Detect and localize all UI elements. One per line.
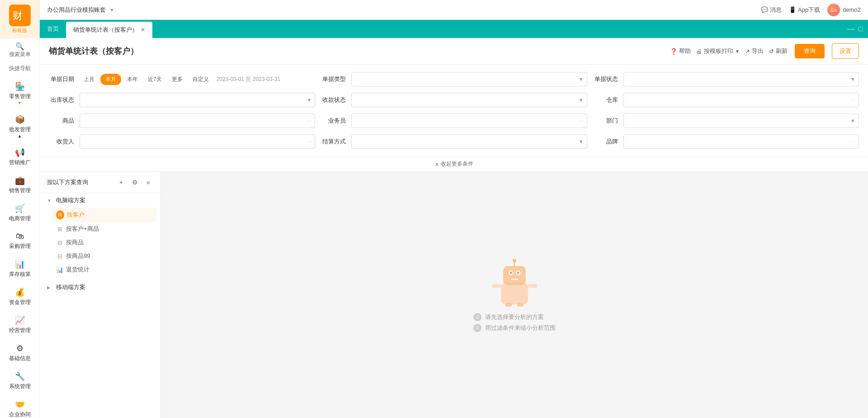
sales-icon: 💼 [15, 176, 25, 185]
sidebar-item-marketing[interactable]: 📢 营销推广 [0, 143, 39, 171]
help-icon: ❓ [670, 48, 677, 55]
main-area: 办公用品行业模拟账套 ▼ 💬 消息 📱 App下载 Ea demo2 首页 [40, 0, 868, 418]
search-menu-item[interactable]: 🔍 搜索菜单 [0, 38, 39, 62]
ecommerce-icon: 🛒 [15, 204, 25, 214]
tab-minimize-btn[interactable]: — [847, 25, 854, 33]
grid-icon: ⊞ [56, 225, 63, 233]
message-btn[interactable]: 💬 消息 [761, 6, 782, 14]
settings-button[interactable]: 设置 [832, 43, 859, 59]
warehouse-input[interactable] [623, 93, 859, 107]
left-panel-title: 按以下方案查询 [47, 178, 88, 186]
desktop-section-label: 电脑端方案 [56, 196, 85, 204]
product-input[interactable] [80, 114, 315, 128]
desktop-tree-children: 按 按客户 ⊞ 按客户+商品 ⊟ 按商品 [43, 208, 157, 276]
scheme-item-returns[interactable]: 📊 退货统计 [52, 263, 157, 276]
date-btn-7days[interactable]: 近7天 [144, 73, 166, 86]
settlement-select[interactable] [351, 134, 587, 149]
sidebar-item-ecommerce[interactable]: 🛒 电商管理 [0, 199, 39, 227]
salesperson-input[interactable] [351, 114, 587, 128]
tab-maximize-btn[interactable]: □ [858, 25, 863, 33]
sidebar-item-basic[interactable]: ⚙ 基础信息 [0, 339, 39, 367]
sidebar-item-sales[interactable]: 💼 销售管理 [0, 171, 39, 199]
order-status-control: ▼ [623, 72, 859, 86]
empty-tips: ① 请先选择要分析的方案 ② 用过滤条件来缩小分析范围 [473, 313, 556, 332]
scheme-label-customer-product: 按客户+商品 [66, 225, 99, 233]
export-icon: ↗ [745, 48, 750, 55]
download-icon: 📱 [789, 6, 796, 13]
date-btn-lastmonth[interactable]: 上月 [80, 73, 99, 86]
department-select[interactable] [623, 114, 859, 128]
payment-status-select[interactable] [351, 93, 587, 107]
retail-icon: 🏪 [15, 81, 25, 91]
scheme-item-product99[interactable]: ⊟ 按商品99 [52, 249, 157, 263]
query-button[interactable]: 查询 [795, 44, 825, 58]
print-dropdown-icon: ▼ [735, 49, 740, 54]
svg-point-7 [517, 272, 519, 274]
sidebar-item-purchase[interactable]: 🛍 采购管理 [0, 227, 39, 255]
order-status-select[interactable] [623, 72, 859, 86]
date-btn-thismonth[interactable]: 本月 [100, 74, 121, 85]
user-avatar: Ea [827, 4, 840, 16]
left-panel: 按以下方案查询 + ⚙ « ▼ 电脑端方案 [40, 172, 161, 418]
scheme-item-customer-product[interactable]: ⊞ 按客户+商品 [52, 222, 157, 236]
finance-icon: 💰 [15, 287, 25, 297]
mobile-section-header[interactable]: ▶ 移动端方案 [43, 280, 157, 294]
purchase-icon: 🛍 [16, 232, 24, 241]
add-scheme-btn[interactable]: + [116, 177, 126, 187]
message-icon: 💬 [761, 6, 768, 13]
tab-sales-stats[interactable]: 销货单统计表（按客户） ✕ [66, 22, 152, 38]
content-body: 按以下方案查询 + ⚙ « ▼ 电脑端方案 [40, 172, 868, 418]
settings-scheme-btn[interactable]: ⚙ [130, 177, 140, 187]
recipient-control: ··· [80, 134, 315, 149]
scheme-item-customer[interactable]: 按 按客户 [52, 208, 157, 222]
tab-close-icon[interactable]: ✕ [141, 27, 145, 33]
help-btn[interactable]: ❓ 帮助 [670, 47, 691, 55]
customer-scheme-label: 按客户 [67, 211, 85, 219]
sidebar-item-operations[interactable]: 📈 经营管理 [0, 311, 39, 339]
out-status-select[interactable] [80, 93, 315, 107]
svg-rect-8 [511, 279, 518, 280]
inventory-icon: 📊 [15, 259, 25, 269]
page-actions: ❓ 帮助 🖨 按模板打印 ▼ ↗ 导出 ↺ 刷新 [670, 47, 788, 55]
sidebar-item-retail[interactable]: 🏪 零售管理 ▼ [0, 77, 39, 110]
salesperson-control: ··· [351, 114, 587, 128]
refresh-btn[interactable]: ↺ 刷新 [769, 47, 788, 55]
app-download-btn[interactable]: 📱 App下载 [789, 6, 820, 14]
system-icon: 🔧 [15, 371, 25, 381]
recipient-dots: ··· [307, 138, 311, 145]
sidebar-item-inventory[interactable]: 📊 库存核算 [0, 255, 39, 283]
tab-actions: — □ [847, 25, 868, 33]
collapse-panel-btn[interactable]: « [143, 177, 153, 187]
scheme-item-product[interactable]: ⊟ 按商品 [52, 236, 157, 249]
collapse-bar[interactable]: ∧ 收起更多条件 [40, 157, 868, 172]
sidebar-item-cooperation[interactable]: 🤝 企业协同 [0, 395, 39, 418]
filter-row-3: 商品 ··· 业务员 ··· 部门 ▼ [49, 114, 859, 128]
tab-home[interactable]: 首页 [40, 20, 66, 38]
date-btn-more[interactable]: 更多 [168, 73, 187, 86]
date-btn-thisyear[interactable]: 本年 [123, 73, 142, 86]
scheme-label-product: 按商品 [66, 238, 84, 247]
desktop-expand-icon: ▼ [47, 198, 53, 203]
date-btn-custom[interactable]: 自定义 [189, 73, 213, 86]
print-icon: 🖨 [696, 48, 702, 55]
recipient-input[interactable] [80, 134, 315, 149]
salesperson-label: 业务员 [321, 117, 346, 125]
print-btn[interactable]: 🖨 按模板打印 ▼ [696, 47, 740, 55]
order-type-control: ▼ [351, 72, 587, 86]
industry-dropdown-icon[interactable]: ▼ [109, 7, 114, 13]
settlement-control: ▼ [351, 134, 587, 149]
order-type-select[interactable] [351, 72, 587, 86]
sidebar-item-system[interactable]: 🔧 系统管理 [0, 367, 39, 395]
header-left: 办公用品行业模拟账套 ▼ [47, 6, 114, 14]
desktop-section-header[interactable]: ▼ 电脑端方案 [43, 193, 157, 208]
mobile-expand-icon: ▶ [47, 285, 53, 290]
industry-selector[interactable]: 办公用品行业模拟账套 [47, 6, 106, 14]
recipient-label: 收货人 [49, 138, 74, 146]
brand-input[interactable] [623, 134, 859, 149]
marketing-icon: 📢 [15, 147, 25, 157]
sidebar-item-wholesale[interactable]: 📦 批发管理 ▲ [0, 110, 39, 143]
user-profile-btn[interactable]: Ea demo2 [827, 4, 861, 16]
sidebar-item-finance[interactable]: 💰 资金管理 [0, 283, 39, 311]
export-btn[interactable]: ↗ 导出 [745, 47, 764, 55]
left-panel-actions: + ⚙ « [116, 177, 153, 187]
